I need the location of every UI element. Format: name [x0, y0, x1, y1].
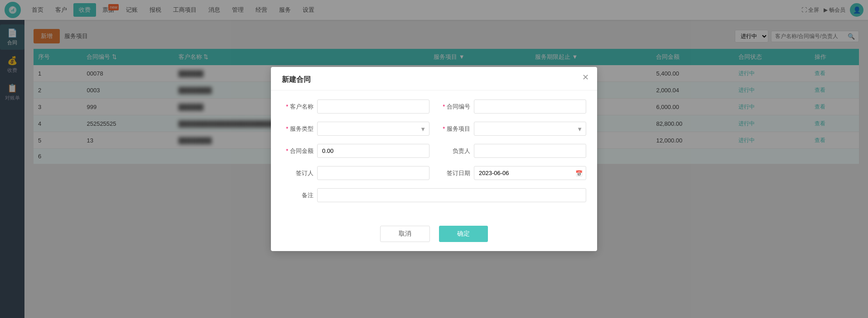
form-group-service-item: 服务项目 ▼ — [439, 122, 586, 136]
signer-input[interactable] — [317, 166, 429, 180]
contract-no-label: 合同编号 — [439, 103, 470, 111]
form-group-service-type: 服务类型 ▼ — [282, 122, 429, 136]
service-type-select-wrap: ▼ — [317, 122, 429, 136]
service-item-select-wrap: ▼ — [474, 122, 586, 136]
form-group-contract-no: 合同编号 — [439, 100, 586, 114]
responsible-label: 负责人 — [439, 147, 470, 155]
modal-body: 客户名称 合同编号 服务类型 ▼ — [271, 90, 597, 219]
responsible-input[interactable] — [474, 144, 586, 158]
form-group-signer: 签订人 — [282, 166, 429, 180]
form-row-4: 签订人 签订日期 📅 — [282, 166, 586, 180]
confirm-button[interactable]: 确定 — [439, 226, 488, 242]
sign-date-wrap: 📅 — [474, 166, 586, 180]
customer-name-input[interactable] — [317, 100, 429, 114]
form-row-1: 客户名称 合同编号 — [282, 100, 586, 114]
sign-date-input[interactable] — [474, 166, 586, 180]
remarks-input[interactable] — [317, 188, 586, 202]
modal-overlay: 新建合同 ✕ 客户名称 合同编号 服务类型 — [0, 0, 868, 318]
service-type-label: 服务类型 — [282, 125, 313, 133]
form-group-responsible: 负责人 — [439, 144, 586, 158]
modal-footer: 取消 确定 — [271, 219, 597, 251]
form-group-remarks: 备注 — [282, 188, 586, 202]
new-contract-modal: 新建合同 ✕ 客户名称 合同编号 服务类型 — [271, 67, 597, 251]
contract-no-input[interactable] — [474, 100, 586, 114]
remarks-label: 备注 — [282, 191, 313, 199]
amount-label: 合同金额 — [282, 147, 313, 155]
form-row-5: 备注 — [282, 188, 586, 202]
cancel-button[interactable]: 取消 — [380, 226, 430, 242]
customer-name-label: 客户名称 — [282, 103, 313, 111]
service-type-select[interactable] — [317, 122, 429, 136]
calendar-icon[interactable]: 📅 — [575, 170, 583, 176]
form-row-3: 合同金额 负责人 — [282, 144, 586, 158]
sign-date-label: 签订日期 — [439, 169, 470, 177]
signer-label: 签订人 — [282, 169, 313, 177]
form-row-2: 服务类型 ▼ 服务项目 ▼ — [282, 122, 586, 136]
service-item-select[interactable] — [474, 122, 586, 136]
service-item-label: 服务项目 — [439, 125, 470, 133]
form-group-amount: 合同金额 — [282, 144, 429, 158]
form-group-customer-name: 客户名称 — [282, 100, 429, 114]
amount-input[interactable] — [317, 144, 429, 158]
modal-title: 新建合同 — [271, 67, 597, 90]
form-group-sign-date: 签订日期 📅 — [439, 166, 586, 180]
modal-close-button[interactable]: ✕ — [582, 73, 589, 81]
